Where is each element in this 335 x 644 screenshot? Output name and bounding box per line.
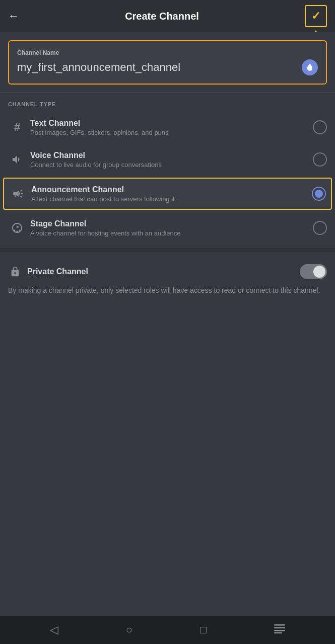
app-header: ← Create Channel ✓ <box>0 0 335 32</box>
back-button[interactable]: ← <box>8 11 19 22</box>
nav-back-button[interactable]: ◁ <box>50 623 58 636</box>
text-channel-radio[interactable] <box>313 120 327 134</box>
svg-point-0 <box>14 230 16 231</box>
stage-svg <box>11 222 23 234</box>
channel-type-section-label: CHANNEL TYPE <box>0 93 335 111</box>
svg-rect-3 <box>274 624 285 626</box>
svg-rect-6 <box>274 632 282 633</box>
voice-svg <box>11 153 23 166</box>
private-channel-section: Private Channel By making a channel priv… <box>0 256 335 304</box>
checkmark-icon: ✓ <box>311 10 320 23</box>
announcement-channel-text: Announcement Channel A text channel that… <box>31 185 312 203</box>
text-channel-title: Text Channel <box>30 119 313 128</box>
nav-home-button[interactable]: ○ <box>126 623 132 636</box>
private-channel-title: Private Channel <box>27 267 300 276</box>
announcement-channel-desc: A text channel that can post to servers … <box>31 195 312 203</box>
stage-channel-title: Stage Channel <box>30 219 313 228</box>
water-drop-svg <box>305 63 314 72</box>
announcement-channel-option[interactable]: Announcement Channel A text channel that… <box>3 178 332 210</box>
check-button-wrapper: ✓ <box>305 5 327 27</box>
text-channel-desc: Post images, GIFs, stickers, opinions, a… <box>30 129 313 136</box>
speaker-icon <box>8 150 26 169</box>
stage-icon <box>8 219 26 237</box>
navigation-bar: ◁ ○ □ <box>0 616 335 644</box>
svg-rect-5 <box>274 630 285 631</box>
page-title: Create Channel <box>19 11 305 22</box>
announcement-svg <box>12 188 24 200</box>
drop-icon <box>302 59 318 75</box>
svg-point-2 <box>19 230 21 231</box>
confirm-button[interactable]: ✓ <box>305 5 327 27</box>
nav-recent-button[interactable]: □ <box>200 623 207 636</box>
voice-channel-radio[interactable] <box>313 152 327 167</box>
svg-point-1 <box>17 231 18 232</box>
stage-channel-text: Stage Channel A voice channel for hostin… <box>30 219 313 237</box>
nav-menu-button[interactable] <box>274 624 285 636</box>
channel-name-input-section[interactable]: Channel Name my_first_announcement_chann… <box>8 40 327 85</box>
radio-inner-dot <box>315 190 323 198</box>
name-input-row: my_first_announcement_channel <box>17 59 318 75</box>
channel-name-value: my_first_announcement_channel <box>17 61 180 74</box>
private-channel-toggle[interactable] <box>300 264 327 279</box>
content-area: Channel Name my_first_announcement_chann… <box>0 32 335 616</box>
lock-svg <box>10 266 21 277</box>
section-divider <box>0 248 335 252</box>
text-channel-text: Text Channel Post images, GIFs, stickers… <box>30 119 313 136</box>
stage-channel-option[interactable]: Stage Channel A voice channel for hostin… <box>0 212 335 244</box>
lock-icon <box>8 265 22 279</box>
voice-channel-text: Voice Channel Connect to live audio for … <box>30 151 313 169</box>
private-channel-row: Private Channel <box>8 264 327 279</box>
voice-channel-title: Voice Channel <box>30 151 313 160</box>
hash-icon: # <box>8 118 26 136</box>
announcement-channel-radio[interactable] <box>312 187 326 201</box>
stage-channel-desc: A voice channel for hosting events with … <box>30 229 313 237</box>
voice-channel-desc: Connect to live audio for group conversa… <box>30 161 313 169</box>
svg-rect-4 <box>274 627 285 628</box>
text-channel-option[interactable]: # Text Channel Post images, GIFs, sticke… <box>0 111 335 143</box>
channel-name-label: Channel Name <box>17 49 318 56</box>
private-channel-desc: By making a channel private, only select… <box>8 285 327 296</box>
announcement-icon <box>9 185 27 203</box>
menu-lines-svg <box>274 624 285 633</box>
voice-channel-option[interactable]: Voice Channel Connect to live audio for … <box>0 143 335 176</box>
stage-channel-radio[interactable] <box>313 221 327 235</box>
toggle-knob <box>313 266 325 278</box>
announcement-channel-title: Announcement Channel <box>31 185 312 194</box>
